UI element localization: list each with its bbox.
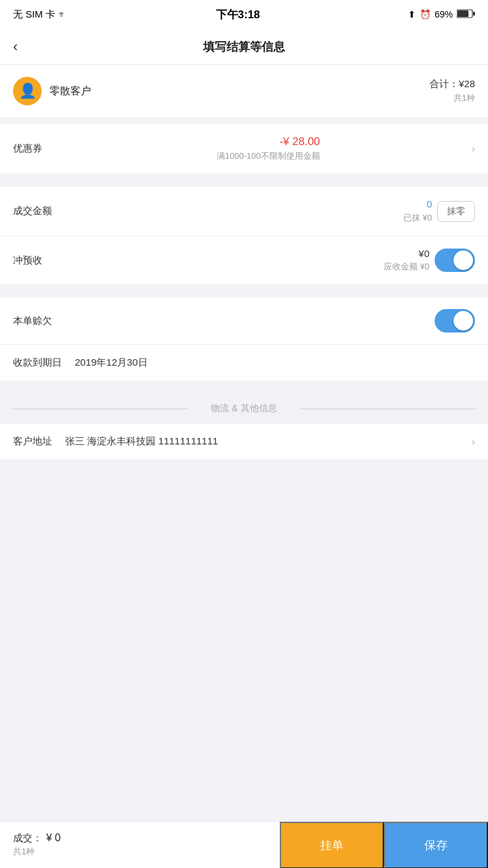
toggle-knob [454,251,473,270]
coupon-discount: -¥ 28.00 [217,135,320,148]
prepayment-receivable: 应收金额 ¥0 [384,261,429,273]
svg-rect-1 [457,10,468,17]
page-title: 填写结算等信息 [203,39,285,55]
no-sim-text: 无 SIM 卡 ᯤ [13,8,68,21]
deal-amount-label: 成交金额 [13,205,65,217]
debt-toggle-knob [454,311,473,331]
content: 👤 零散客户 合计：¥28 共1种 优惠券 -¥ 28.00 满1000-100… [0,65,488,518]
already-zeroed-text: 已抹 ¥0 [403,212,432,224]
prepayment-amount: ¥0 [384,248,429,259]
battery-text: 69% [435,9,453,20]
customer-name: 零散客户 [49,85,91,98]
status-time: 下午3:18 [216,7,260,22]
hold-button[interactable]: 挂单 [280,822,384,869]
bottom-deal-label: 成交： [13,832,42,845]
address-chevron-icon: › [472,436,475,448]
customer-left: 👤 零散客户 [13,77,91,105]
location-icon: ⬆ [408,9,416,20]
bottom-bar: 成交： ¥ 0 共1种 挂单 保存 [0,821,488,868]
deal-amount-row: 成交金额 0 已抹 ¥0 抹零 [0,187,488,236]
logistics-line-right [301,409,475,409]
logistics-line-left [13,409,187,409]
prepayment-row: 冲预收 ¥0 应收金额 ¥0 [0,236,488,284]
deal-amount-col: 0 已抹 ¥0 [403,198,432,224]
debt-right [435,309,475,332]
deal-amount-value: 0 [403,198,432,210]
status-bar: 无 SIM 卡 ᯤ 下午3:18 ⬆ ⏰ 69% [0,0,488,29]
deal-card: 成交金额 0 已抹 ¥0 抹零 冲预收 ¥0 应收金额 ¥0 [0,187,488,284]
svg-rect-2 [473,12,475,16]
save-button[interactable]: 保存 [384,822,488,869]
status-right: ⬆ ⏰ 69% [408,9,475,20]
back-button[interactable]: ‹ [13,38,18,55]
prepayment-col: ¥0 应收金额 ¥0 [384,248,429,273]
due-date-label: 收款到期日 [13,357,62,369]
coupon-card: 优惠券 -¥ 28.00 满1000-100不限制使用金额 › [0,124,488,174]
divider-1 [0,180,488,187]
customer-row[interactable]: 👤 零散客户 合计：¥28 共1种 [0,65,488,117]
bottom-deal: 成交： ¥ 0 [13,832,267,845]
prepayment-toggle[interactable] [435,249,475,272]
due-date-value: 2019年12月30日 [75,357,148,369]
divider-3 [0,387,488,394]
address-label: 客户地址 [13,435,65,448]
deal-amount-right: 0 已抹 ¥0 抹零 [403,198,475,224]
total-amount: 合计：¥28 [429,78,475,90]
coupon-right: -¥ 28.00 满1000-100不限制使用金额 [217,135,320,162]
coupon-row[interactable]: 优惠券 -¥ 28.00 满1000-100不限制使用金额 › [0,124,488,174]
alarm-icon: ⏰ [420,9,431,20]
bottom-deal-amount: ¥ 0 [46,832,61,844]
address-value: 张三 海淀永丰科技园 11111111111 [65,435,472,448]
customer-right: 合计：¥28 共1种 [429,78,475,104]
bottom-summary: 成交： ¥ 0 共1种 [0,832,280,858]
avatar-icon: 👤 [19,83,36,100]
nav-bar: ‹ 填写结算等信息 [0,29,488,65]
address-row[interactable]: 客户地址 张三 海淀永丰科技园 11111111111 › [0,424,488,459]
total-count: 共1种 [429,92,475,104]
prepayment-label: 冲预收 [13,254,65,267]
avatar: 👤 [13,77,42,105]
battery-icon [457,9,475,20]
address-card: 客户地址 张三 海淀永丰科技园 11111111111 › [0,424,488,459]
divider-2 [0,291,488,297]
customer-card: 👤 零散客户 合计：¥28 共1种 [0,65,488,117]
coupon-label: 优惠券 [13,142,65,155]
coupon-description: 满1000-100不限制使用金额 [217,150,320,162]
status-left: 无 SIM 卡 ᯤ [13,8,68,21]
debt-card: 本单赊欠 收款到期日 2019年12月30日 [0,297,488,381]
logistics-title: 物流 & 其他信息 [211,403,277,414]
debt-row: 本单赊欠 [0,297,488,345]
bottom-count: 共1种 [13,846,267,858]
coupon-chevron-icon: › [472,143,475,155]
debt-toggle[interactable] [435,309,475,332]
logistics-header: 物流 & 其他信息 [0,394,488,424]
debt-label: 本单赊欠 [13,315,65,327]
due-date-row: 收款到期日 2019年12月30日 [0,345,488,381]
round-zero-button[interactable]: 抹零 [437,201,475,222]
prepayment-right: ¥0 应收金额 ¥0 [384,248,475,273]
